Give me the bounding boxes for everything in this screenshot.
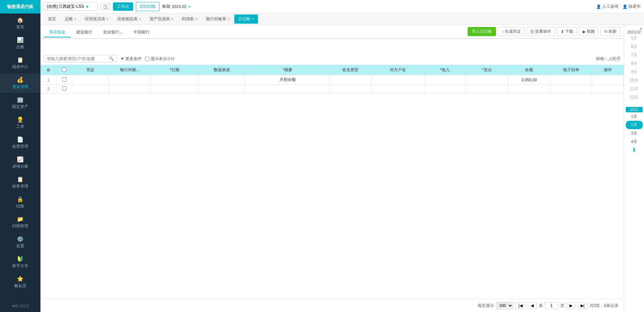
tab-ledger[interactable]: 总账 × bbox=[61, 15, 80, 24]
sidebar-item-label: 工资 bbox=[16, 124, 24, 130]
scroll-down-arrow[interactable]: ⬇ bbox=[631, 146, 637, 154]
sidebar-item-finance[interactable]: 💰 资金管理 bbox=[0, 73, 40, 93]
first-page-button[interactable]: |◀ bbox=[515, 302, 525, 309]
panel-month-11[interactable]: 11月 bbox=[626, 85, 643, 93]
tab-balance-sheet[interactable]: 资产负债表 × bbox=[146, 15, 177, 24]
sidebar-item-tax[interactable]: 📋 税务管理 bbox=[0, 173, 40, 193]
tab-profit[interactable]: 利润表 × bbox=[178, 15, 201, 24]
service-label: 人工咨询 bbox=[602, 4, 618, 9]
download-button[interactable]: ⬇ 下载 bbox=[557, 27, 577, 36]
refresh-icon: ↻ bbox=[604, 29, 608, 34]
panel-month-10[interactable]: 10月 bbox=[626, 76, 643, 85]
generate-voucher-button[interactable]: ↕ 生成凭证 bbox=[498, 27, 525, 36]
sidebar-item-archive[interactable]: 📁 归档管理 bbox=[0, 212, 40, 232]
page-number-input[interactable] bbox=[545, 302, 558, 309]
import-journal-button[interactable]: 导入日记账 bbox=[468, 27, 496, 36]
panel-month-2[interactable]: 2月 bbox=[626, 121, 643, 129]
video-button[interactable]: ▶ 视频 bbox=[579, 27, 598, 36]
search-box[interactable]: 🔍 bbox=[44, 55, 117, 62]
table-container: ⚙ 凭证 银行对账... *日期 数据来源 *摘要 收支类型 对方户名 *收入 bbox=[40, 65, 624, 299]
copy-button[interactable]: 📋 bbox=[100, 3, 110, 10]
tab-bank-statement-close[interactable]: × bbox=[228, 17, 230, 21]
search-icon[interactable]: 🔍 bbox=[109, 56, 114, 61]
period-edit-icon[interactable]: ✏ bbox=[188, 4, 191, 9]
sidebar-item-fixed-assets[interactable]: 🏢 固定资产 bbox=[0, 93, 40, 113]
per-page-select[interactable]: 100 20 50 200 bbox=[496, 302, 513, 309]
sidebar-item-payroll[interactable]: 👷 工资 bbox=[0, 113, 40, 133]
panel-month-4[interactable]: 4月 bbox=[626, 138, 643, 146]
sidebar-item-member[interactable]: ⭐ 畅会员 bbox=[0, 272, 40, 292]
sidebar-item-reports[interactable]: 📋 报表中心 bbox=[0, 53, 40, 73]
panel-month-7[interactable]: 7月 bbox=[626, 51, 643, 59]
th-settings[interactable]: ⚙ bbox=[41, 65, 57, 75]
workbench-button[interactable]: 工作台 bbox=[113, 2, 133, 11]
company-selector[interactable]: (勿用) 江西超宝-LSS ▼ bbox=[44, 2, 98, 11]
tab-business-close[interactable]: × bbox=[107, 17, 109, 21]
tab-home-label: 首页 bbox=[48, 16, 56, 22]
th-expense: *支出 bbox=[466, 65, 508, 75]
total-info: 共0页，0条记录 bbox=[590, 303, 618, 309]
right-panel-close-button[interactable]: ✕ bbox=[639, 27, 643, 31]
sidebar-item-label: 设置 bbox=[16, 243, 24, 249]
th-income: *收入 bbox=[424, 65, 466, 75]
cell-e-receipt bbox=[550, 75, 592, 85]
sidebar-item-invoice[interactable]: 📄 发票管理 bbox=[0, 133, 40, 153]
next-page-button[interactable]: ▶ bbox=[566, 302, 576, 309]
sidebar-item-ledger[interactable]: 📊 总账 bbox=[0, 33, 40, 53]
sidebar-item-settings[interactable]: ⚙️ 设置 bbox=[0, 232, 40, 252]
prev-page-button[interactable]: ◀ bbox=[528, 302, 537, 309]
filter-icon: ▼ bbox=[120, 56, 124, 61]
old-version-button[interactable]: 切到旧版 bbox=[136, 2, 159, 11]
tab-bank-statement[interactable]: 银行对账单 × bbox=[202, 15, 234, 24]
user-menu[interactable]: 👤 徐逻华 bbox=[622, 4, 641, 9]
cell-counterpart bbox=[372, 85, 424, 94]
refresh-button[interactable]: ↻ 刷新 bbox=[601, 27, 620, 36]
sidebar-item-sales[interactable]: 📈 进销台账 bbox=[0, 153, 40, 173]
last-page-button[interactable]: ▶| bbox=[578, 302, 588, 309]
search-input[interactable] bbox=[47, 56, 108, 61]
tab-home[interactable]: 首页 bbox=[44, 15, 60, 24]
cell-balance: 3,050.00 bbox=[508, 75, 550, 85]
tab-receivable-label: 应收账款表 bbox=[117, 16, 138, 22]
cell-checkbox[interactable] bbox=[56, 85, 72, 94]
th-checkbox[interactable] bbox=[56, 65, 72, 75]
filter-row: 🔍 ▼ 更多条件 显示本日小计 拆称：人民币 bbox=[40, 53, 624, 65]
cell-bank-match bbox=[109, 75, 151, 85]
journal-table: ⚙ 凭证 银行对账... *日期 数据来源 *摘要 收支类型 对方户名 *收入 bbox=[40, 65, 624, 94]
select-all-checkbox[interactable] bbox=[62, 67, 66, 72]
batch-op-button[interactable]: ☰ 批量操作 bbox=[527, 27, 555, 36]
more-filter-button[interactable]: ▼ 更多条件 bbox=[120, 56, 142, 62]
sub-tab-cash[interactable]: 库存现金 bbox=[44, 28, 71, 37]
tab-profit-close[interactable]: × bbox=[195, 17, 197, 21]
user-service-button[interactable]: 👤 人工咨询 bbox=[596, 4, 618, 9]
user-name-label: 徐逻华 bbox=[628, 4, 641, 9]
tab-balance-sheet-label: 资产负债表 bbox=[150, 16, 170, 22]
sub-tab-construction-bank[interactable]: 建设银行 bbox=[71, 28, 98, 37]
show-daily-total-checkbox[interactable] bbox=[145, 57, 149, 61]
cell-checkbox[interactable] bbox=[56, 75, 72, 85]
sidebar-item-home[interactable]: 🏠 首页 bbox=[0, 13, 40, 33]
sub-tab-china-bank[interactable]: 中国银行 bbox=[128, 28, 155, 37]
tab-journal[interactable]: 日记账 × bbox=[234, 15, 258, 24]
show-daily-total-label[interactable]: 显示本日小计 bbox=[145, 56, 175, 62]
fixed-assets-icon: 🏢 bbox=[17, 96, 24, 103]
panel-month-3[interactable]: 3月 bbox=[626, 129, 643, 138]
sidebar-pin-toggle[interactable]: ◀取消固定 bbox=[0, 300, 40, 312]
sub-tab-agri-bank[interactable]: 农业银行... bbox=[98, 28, 128, 37]
panel-month-12[interactable]: 12月 bbox=[626, 93, 643, 102]
sidebar-item-label: 归档管理 bbox=[12, 223, 28, 229]
tab-balance-sheet-close[interactable]: × bbox=[171, 17, 173, 21]
sidebar-item-close[interactable]: 🔒 结账 bbox=[0, 193, 40, 212]
panel-month-8[interactable]: 8月 bbox=[626, 59, 643, 68]
tab-business[interactable]: 经营状况表 × bbox=[81, 15, 113, 24]
tab-receivable[interactable]: 应收账款表 × bbox=[113, 15, 145, 24]
panel-month-9[interactable]: 9月 bbox=[626, 68, 643, 76]
tab-ledger-close[interactable]: × bbox=[74, 17, 76, 21]
tab-receivable-close[interactable]: × bbox=[139, 17, 141, 21]
panel-month-6[interactable]: 6月 bbox=[626, 42, 643, 51]
panel-month-5[interactable]: 5月 bbox=[626, 34, 643, 42]
panel-month-1[interactable]: 1月 bbox=[626, 112, 643, 121]
tab-journal-close[interactable]: × bbox=[252, 17, 254, 21]
sidebar-item-label: 总账 bbox=[16, 44, 24, 50]
sidebar-item-guide[interactable]: 🔰 新手引导 bbox=[0, 252, 40, 272]
